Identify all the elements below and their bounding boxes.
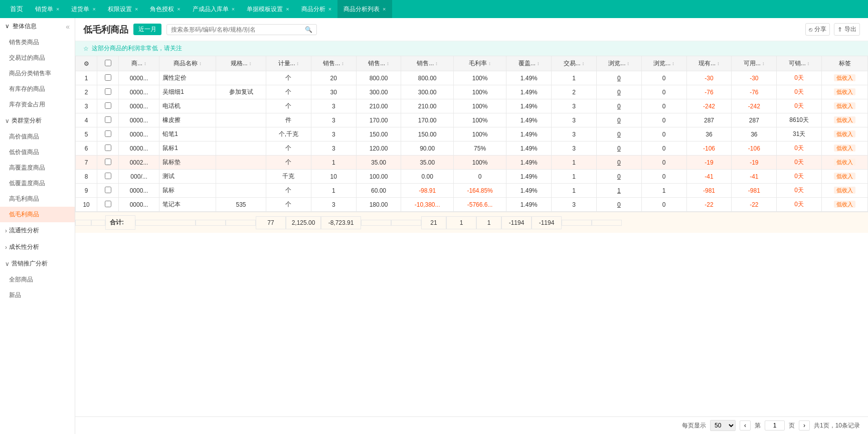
col-trade[interactable]: 交易... [552, 56, 597, 71]
row-browse1[interactable]: 0 [596, 156, 641, 170]
row-browse1[interactable]: 0 [596, 113, 641, 127]
sidebar-group-overall[interactable]: ∨ 整体信息 « [0, 18, 75, 35]
sidebar-item-all-products[interactable]: 全部商品 [0, 272, 75, 287]
row-sales3: 210.00 [401, 99, 453, 113]
row-checkbox[interactable] [97, 184, 119, 198]
col-sales1[interactable]: 销售... [311, 56, 356, 71]
prev-page-button[interactable]: ‹ [740, 420, 751, 430]
sidebar-collapse-overall[interactable]: « [66, 23, 70, 31]
row-checkbox[interactable] [97, 99, 119, 113]
row-name: 鼠标 [159, 184, 216, 198]
row-trade: 3 [552, 198, 597, 212]
close-product-analysis-list[interactable]: × [383, 6, 386, 12]
sidebar-item-sales-products[interactable]: 销售类商品 [0, 35, 75, 50]
nav-product-warehouse[interactable]: 产成品入库单 × [187, 0, 241, 18]
sidebar-group-cluster[interactable]: ∨类群堂分析 [0, 112, 75, 129]
col-stock3[interactable]: 可销... [777, 56, 822, 71]
close-template-settings[interactable]: × [286, 6, 289, 12]
sidebar-item-high-margin[interactable]: 高毛利商品 [0, 191, 75, 207]
row-browse1[interactable]: 0 [596, 198, 641, 212]
row-checkbox[interactable] [97, 71, 119, 85]
row-checkbox[interactable] [97, 127, 119, 141]
col-stock1[interactable]: 现有... [686, 56, 732, 71]
close-role-auth[interactable]: × [177, 6, 180, 12]
sidebar-group-marketing[interactable]: ∨营销推广分析 [0, 255, 75, 272]
search-input[interactable] [171, 26, 305, 33]
col-gross[interactable]: 毛利率 [453, 56, 506, 71]
nav-product-analysis-list[interactable]: 商品分析列表 × [337, 0, 392, 18]
row-checkbox[interactable] [97, 198, 119, 212]
nav-product-analysis[interactable]: 商品分析 × [295, 0, 337, 18]
col-settings[interactable]: ⚙ [76, 56, 97, 71]
sidebar-item-category-sales[interactable]: 商品分类销售率 [0, 66, 75, 81]
row-browse1[interactable]: 0 [596, 71, 641, 85]
row-trade: 1 [552, 170, 597, 184]
row-browse1[interactable]: 0 [596, 170, 641, 184]
sidebar-item-high-value[interactable]: 高价值商品 [0, 129, 75, 144]
row-browse1[interactable]: 0 [596, 99, 641, 113]
close-sales-order[interactable]: × [56, 6, 59, 12]
sidebar-item-low-margin[interactable]: 低毛利商品 [0, 207, 75, 222]
col-checkbox-all[interactable] [97, 56, 119, 71]
row-checkbox[interactable] [97, 141, 119, 156]
sidebar-item-high-coverage[interactable]: 高覆盖度商品 [0, 160, 75, 176]
nav-template-settings[interactable]: 单据模板设置 × [241, 0, 295, 18]
per-page-select[interactable]: 50 20 100 [710, 420, 736, 431]
sidebar-item-new-products[interactable]: 新品 [0, 287, 75, 303]
close-product-analysis[interactable]: × [328, 6, 331, 12]
col-tag[interactable]: 标签 [822, 56, 868, 71]
sidebar-group-growth[interactable]: ›成长性分析 [0, 239, 75, 255]
next-page-button[interactable]: › [799, 420, 810, 430]
sidebar-item-in-stock[interactable]: 有库存的商品 [0, 81, 75, 97]
sidebar-item-traded-products[interactable]: 交易过的商品 [0, 50, 75, 66]
row-browse1[interactable]: 0 [596, 127, 641, 141]
footer-empty8 [562, 220, 592, 226]
sidebar-item-stock-capital[interactable]: 库存资金占用 [0, 97, 75, 112]
row-sales3: 170.00 [401, 113, 453, 127]
nav-sales-order[interactable]: 销货单 × [29, 0, 65, 18]
row-browse1[interactable]: 0 [596, 85, 641, 99]
row-sales1: 30 [311, 85, 356, 99]
nav-permission[interactable]: 权限设置 × [102, 0, 144, 18]
footer-sales3: -8,723.91 [321, 216, 361, 229]
col-coverage[interactable]: 覆盖... [506, 56, 552, 71]
col-browse2[interactable]: 浏览... [641, 56, 686, 71]
nav-purchase-order[interactable]: 进货单 × [65, 0, 101, 18]
col-stock2[interactable]: 可用... [732, 56, 777, 71]
nav-home[interactable]: 首页 [4, 0, 29, 18]
col-sales2[interactable]: 销售... [356, 56, 401, 71]
col-unit[interactable]: 计量... [266, 56, 311, 71]
footer-browse2: 1 [476, 216, 501, 229]
sidebar-item-low-coverage[interactable]: 低覆盖度商品 [0, 176, 75, 191]
row-checkbox[interactable] [97, 170, 119, 184]
select-all-checkbox[interactable] [105, 60, 111, 66]
page-number-input[interactable] [765, 420, 785, 430]
row-browse1[interactable]: 1 [596, 184, 641, 198]
footer-sales1: 77 [256, 216, 286, 229]
row-code: 000/... [118, 170, 159, 184]
close-product-warehouse[interactable]: × [232, 6, 235, 12]
nav-role-auth[interactable]: 角色授权 × [144, 0, 186, 18]
col-spec[interactable]: 规格... [216, 56, 266, 71]
close-purchase-order[interactable]: × [92, 6, 95, 12]
time-filter-button[interactable]: 近一月 [133, 24, 161, 35]
col-code[interactable]: 商... [118, 56, 159, 71]
top-navigation: 首页 销货单 × 进货单 × 权限设置 × 角色授权 × 产成品入库单 × 单据… [0, 0, 868, 18]
sidebar-group-circulation[interactable]: ›流通性分析 [0, 222, 75, 239]
col-sales3[interactable]: 销售... [401, 56, 453, 71]
row-checkbox[interactable] [97, 85, 119, 99]
export-button[interactable]: ⇑ 导出 [834, 23, 860, 36]
share-button[interactable]: ⎋ 分享 [805, 23, 830, 36]
row-coverage: 1.49% [506, 198, 552, 212]
close-permission[interactable]: × [135, 6, 138, 12]
col-browse1[interactable]: 浏览... [596, 56, 641, 71]
sidebar-item-low-value[interactable]: 低价值商品 [0, 144, 75, 160]
row-checkbox[interactable] [97, 156, 119, 170]
row-checkbox[interactable] [97, 113, 119, 127]
row-no: 2 [76, 85, 97, 99]
row-gross: 100% [453, 85, 506, 99]
col-name[interactable]: 商品名称 [159, 56, 216, 71]
row-stock2: -981 [732, 184, 777, 198]
row-unit: 个 [266, 184, 311, 198]
row-browse1[interactable]: 0 [596, 141, 641, 156]
